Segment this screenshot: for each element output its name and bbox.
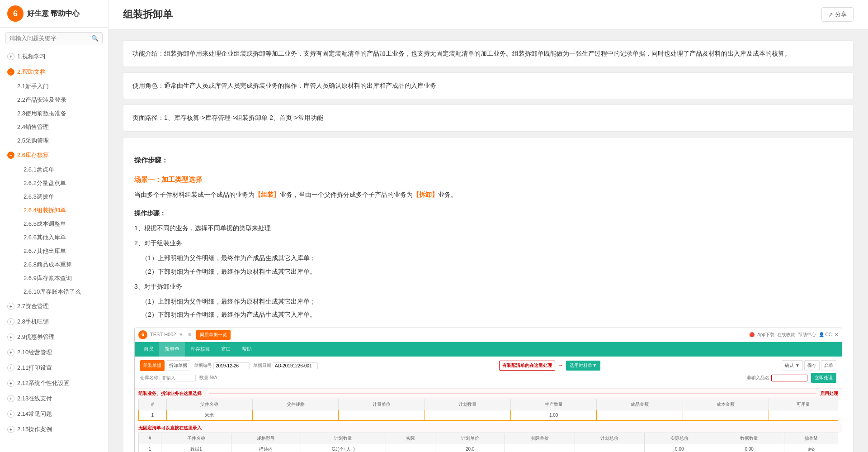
sidebar-item-2-7-label: 2.7资金管理 — [17, 302, 49, 310]
mock-annotation-4: 启用处理 — [820, 390, 838, 398]
mock-field-date: 单据编号 — [194, 362, 250, 370]
sidebar-item-2-6-9[interactable]: 2.6.9库存账本查询 — [0, 271, 108, 285]
mock-annotation-row5-container: 无固定清单可以直接在这里录入 — [135, 423, 842, 433]
mock-bill-input[interactable] — [273, 362, 318, 369]
mock-top-row1-costamt — [683, 410, 769, 421]
sidebar-item-2-10-icon: + — [7, 349, 14, 356]
mock-type-assemble: 组装单据 — [140, 360, 165, 371]
sidebar-item-2-6-label: 2.6库存核算 — [17, 151, 49, 159]
sidebar-item-2-13[interactable]: + 2.13在线支付 — [0, 391, 108, 406]
mock-nav-tab-inventory: 库存核算 — [185, 342, 216, 357]
sidebar-item-2-6-icon: − — [7, 152, 14, 159]
scenario1-desc: 当由多个子件材料组装成一个成品的业务为【组装】业务，当由一个父件拆分成多个子产品… — [134, 189, 842, 200]
steps-label: 操作步骤： — [134, 208, 842, 219]
mock-top-icons: 🔴 App下载 在线收款 帮助中心 👤 CC ✕ — [749, 331, 838, 339]
sidebar-item-2-8-icon: + — [7, 318, 14, 325]
mock-field-type: 组装单据 拆卸单据 — [140, 360, 190, 371]
mock-top-row1-spec — [253, 410, 339, 421]
sidebar-item-2-14[interactable]: + 2.14常见问题 — [0, 406, 108, 422]
mock-top-table-header: # 父件名称 父件规格 计量单位 计划数量 生产数量 成品金额 成本金额 可用量 — [139, 399, 838, 410]
sidebar-item-2-10[interactable]: + 2.10经营管理 — [0, 345, 108, 360]
mock-nav-tab-home: 自员 — [138, 342, 159, 357]
step3a-text: （1）上部明细为父件明细，最终作为原材料生成其它出库单； — [142, 296, 842, 307]
main-header: 组装拆卸单 ↗ 分享 — [108, 0, 868, 29]
sidebar-item-2-6[interactable]: − 2.6库存核算 — [0, 147, 108, 163]
sidebar-item-2-12-label: 2.12系统个性化设置 — [17, 379, 70, 387]
sidebar-item-2-1[interactable]: 2.1新手入门 — [0, 80, 108, 93]
mock-top-row1-plan — [425, 410, 510, 421]
mock-th-seq: # — [139, 399, 167, 410]
mock-field-bill: 单据日期 — [253, 362, 318, 370]
sidebar-item-2-9[interactable]: + 2.9优惠券管理 — [0, 329, 108, 345]
search-input[interactable] — [9, 35, 91, 42]
sidebar-item-2-12[interactable]: + 2.12系统个性化设置 — [0, 376, 108, 391]
search-icon: 🔍 — [91, 35, 99, 42]
mock-field-no: 非输入品名 — [747, 374, 807, 382]
sidebar-header: 6 好生意 帮助中心 — [0, 0, 108, 28]
sidebar-item-2-6-7[interactable]: 2.6.7其他出库单 — [0, 244, 108, 258]
mock-nav-tab-help: 帮助 — [236, 342, 257, 357]
mock-bottom-table-header: # 子件名称 规格型号 计划数量 实际 计划单价 实际单价 计划总价 实际总价 — [139, 433, 838, 444]
mock-field-no-label: 非输入品名 — [747, 374, 769, 382]
sidebar-item-2-10-label: 2.10经营管理 — [17, 348, 52, 357]
sidebar-item-2-13-icon: + — [7, 395, 14, 402]
mock-bottom-row-1: 1数据1描述内GJ(个+人+)20.00.000.00⊕⊘ — [139, 444, 838, 452]
sidebar-item-2-13-label: 2.13在线支付 — [17, 395, 52, 403]
sidebar-item-2-11-icon: + — [7, 364, 14, 371]
sidebar-item-2-4[interactable]: 2.4销售管理 — [0, 120, 108, 134]
mock-top-row1-unit — [339, 410, 425, 421]
highlight-disassemble: 【拆卸】 — [413, 191, 438, 198]
mock-top-row1-prod: 1.00 — [511, 410, 597, 421]
intro-text-2: 使用角色：通常由生产人员或库管人员完成拆装业务的操作，库管人员确认原材料的出库和… — [132, 80, 844, 91]
sidebar-item-2-5[interactable]: 2.5采购管理 — [0, 134, 108, 147]
mock-date-input[interactable] — [213, 362, 250, 369]
mock-th-cost-amt: 成本金额 — [683, 399, 769, 410]
page-title: 组装拆卸单 — [123, 8, 173, 21]
sidebar-item-2-15[interactable]: + 2.15操作案例 — [0, 422, 108, 437]
mock-bth-data-qty: 数据数量 — [714, 433, 784, 444]
mock-wh-input[interactable] — [160, 375, 196, 381]
sidebar-item-2-8[interactable]: + 2.8手机旺铺 — [0, 314, 108, 329]
sidebar-item-2-6-2[interactable]: 2.6.2分量盘点单 — [0, 176, 108, 190]
sidebar-item-2-6-10[interactable]: 2.6.10库存账本错了么 — [0, 285, 108, 299]
sidebar-item-2-15-icon: + — [7, 426, 14, 433]
mock-bill-label: 单据日期 — [253, 362, 271, 370]
step3-text: 3、对于拆卸业务 — [134, 281, 842, 292]
sidebar-item-2-2[interactable]: 2.2产品安装及登录 — [0, 93, 108, 107]
mock-top-row1-name: 米米 — [166, 410, 252, 421]
sidebar-item-2-6-6[interactable]: 2.6.6其他入库单 — [0, 231, 108, 244]
intro-text-1: 功能介绍：组装拆卸单用来处理企业组装或拆卸等加工业务，支持有固定装配清单的产品加… — [132, 48, 844, 59]
app-logo: 6 — [7, 5, 24, 22]
sidebar-item-2-6-1[interactable]: 2.6.1盘点单 — [0, 163, 108, 176]
sidebar-item-2-6-4[interactable]: 2.6.4组装拆卸单 — [0, 204, 108, 217]
mock-th-parent-spec: 父件规格 — [253, 399, 339, 410]
app-title: 好生意 帮助中心 — [27, 9, 80, 19]
sidebar-item-video[interactable]: + 1.视频学习 — [0, 49, 108, 64]
mock-top-row1-prodamt — [597, 410, 683, 421]
mock-no-input[interactable] — [771, 375, 807, 381]
mock-bottom-table-area: # 子件名称 规格型号 计划数量 实际 计划单价 实际单价 计划总价 实际总价 — [135, 433, 842, 452]
sidebar-item-2-9-label: 2.9优惠券管理 — [17, 333, 55, 341]
mock-logo: 6 — [138, 330, 147, 339]
sidebar-item-2-6-8[interactable]: 2.6.8商品成本重算 — [0, 258, 108, 271]
sidebar-item-2-3[interactable]: 2.3使用前数据准备 — [0, 107, 108, 120]
mock-form-row2: 仓库名称 数量 N/A 非输入品名 — [140, 373, 836, 383]
sidebar-item-2-6-3[interactable]: 2.6.3调拨单 — [0, 190, 108, 204]
mock-annotation-area: 有装配清单的在这里处理 → 选用时料单▼ — [321, 361, 778, 371]
search-bar[interactable]: 🔍 — [5, 32, 103, 44]
step1-text: 1、根据不同的业务，选择不同单据的类型来处理 — [134, 223, 842, 234]
share-button[interactable]: ↗ 分享 — [821, 7, 854, 22]
sidebar-item-2-11-label: 2.11打印设置 — [17, 364, 52, 372]
mock-top-row1-seq: 1 — [139, 410, 167, 421]
mock-nav-tab-new: 新增单 — [159, 342, 185, 357]
share-label: 分享 — [835, 10, 847, 19]
sidebar-item-docs[interactable]: − 2.帮助文档 — [0, 64, 108, 80]
sidebar-item-2-8-label: 2.8手机旺铺 — [17, 318, 49, 326]
mock-cancel-btn: 弃单 — [821, 360, 836, 371]
sidebar-item-2-7[interactable]: + 2.7资金管理 — [0, 299, 108, 314]
sidebar-item-2-11[interactable]: + 2.11打印设置 — [0, 360, 108, 376]
mock-th-plan-qty: 计划数量 — [425, 399, 510, 410]
sidebar-item-2-6-5[interactable]: 2.6.5成本调整单 — [0, 217, 108, 231]
mock-bottom-table: # 子件名称 规格型号 计划数量 实际 计划单价 实际单价 计划总价 实际总价 — [138, 433, 838, 452]
mock-annotation-3: 组装业务、拆卸业务在这里选择 — [138, 390, 202, 398]
